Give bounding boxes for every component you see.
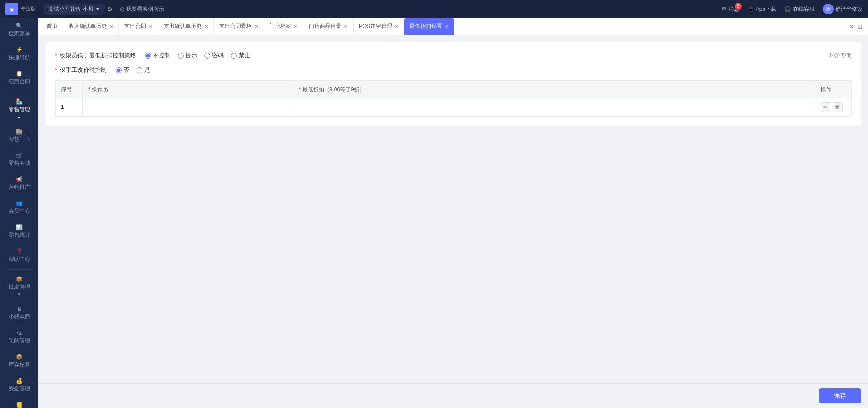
inventory-icon: 📦: [16, 354, 23, 360]
sidebar-item-label: 搜索菜单: [9, 30, 30, 38]
sidebar-item-retail-stats[interactable]: 📊 零售统计: [0, 220, 38, 244]
tab-close-icon[interactable]: ✕: [344, 24, 348, 29]
tab-close-icon[interactable]: ✕: [255, 24, 258, 29]
tab-pos-manage[interactable]: POS加密管理 ✕: [354, 18, 404, 35]
sidebar-item-label: 会员中心: [9, 207, 30, 215]
message-badge: 8: [735, 3, 742, 10]
demo-link[interactable]: ◎ 我要看实例演示: [120, 5, 164, 13]
tab-min-discount[interactable]: 最低折扣设置 ✕: [404, 18, 454, 35]
tab-income-confirm[interactable]: 收入确认单历史 ✕: [63, 18, 119, 35]
expand-icon: ▼: [17, 292, 22, 297]
sidebar-item-retail-manage[interactable]: 🏪 零售管理 ▲: [0, 94, 38, 124]
sidebar-item-help-center[interactable]: ❓ 帮助中心: [0, 244, 38, 267]
table-row: 1 ✏ 🗑: [56, 98, 851, 116]
tab-close-icon[interactable]: ✕: [294, 24, 297, 29]
search-icon: 🔍: [16, 23, 23, 29]
sidebar-item-label: 资金管理: [9, 385, 30, 393]
tab-label: 支出确认单历史: [164, 23, 202, 30]
save-button[interactable]: 保存: [819, 388, 861, 403]
form-row-discount-policy: * 收银员低于最低折扣控制策略 不控制 提示: [55, 52, 852, 60]
radio-forbidden[interactable]: 禁止: [231, 52, 250, 60]
close-tab-icon[interactable]: ✕: [849, 23, 854, 30]
manual-options: 否 是: [116, 66, 150, 74]
delete-btn[interactable]: 🗑: [833, 102, 843, 112]
help-text: ② 帮助: [834, 52, 852, 60]
cell-seq: 1: [56, 98, 83, 116]
tab-store-products[interactable]: 门店商品目录 ✕: [303, 18, 354, 35]
cell-min-discount[interactable]: [293, 98, 815, 116]
online-service-label: 在线客服: [793, 5, 815, 13]
tab-label: 收入确认单历史: [69, 23, 107, 30]
discount-table: 序号 * 操作员 * 最低折扣（9.00等于9折） 操作 1: [55, 81, 851, 116]
radio-label: 禁止: [239, 52, 250, 60]
radio-label: 密码: [212, 52, 224, 60]
ledger-icon: 📒: [16, 402, 23, 408]
edit-btn[interactable]: ✏: [821, 102, 830, 112]
user-menu[interactable]: 徐 徐泽华修改: [823, 4, 863, 14]
sidebar-item-label: 项目合同: [9, 78, 30, 85]
message-icon: ✉: [722, 6, 726, 12]
required-star: *: [55, 66, 57, 73]
tab-pay-confirm[interactable]: 支出确认单历史 ✕: [158, 18, 214, 35]
radio-no-control[interactable]: 不控制: [145, 52, 170, 60]
tab-close-icon[interactable]: ✕: [109, 24, 113, 29]
contract-icon: 📋: [16, 70, 23, 77]
sidebar-item-search[interactable]: 🔍 搜索菜单: [0, 18, 38, 42]
sidebar-item-ecommerce[interactable]: 🖥 小畅电商: [0, 301, 38, 325]
online-service-btn[interactable]: 🎧 在线客服: [784, 5, 815, 13]
tab-close-icon[interactable]: ✕: [395, 24, 398, 29]
sidebar-item-shortcut[interactable]: ⚡ 快捷导航: [0, 42, 38, 66]
sidebar: 🔍 搜索菜单 ⚡ 快捷导航 📋 项目合同 🏪 零售管理 ▲ 🏬 智慧门店 🛒 零…: [0, 18, 38, 408]
radio-prompt[interactable]: 提示: [178, 52, 197, 60]
tab-pay-board[interactable]: 支出合同看板 ✕: [214, 18, 264, 35]
mall-icon: 🛒: [16, 152, 23, 159]
required-star: *: [55, 52, 57, 59]
sidebar-item-marketing[interactable]: 📢 营销推广: [0, 172, 38, 196]
tab-pay-contract[interactable]: 支出合同 ✕: [119, 18, 158, 35]
discount-policy-options: 不控制 提示 密码 禁止: [145, 52, 250, 60]
topbar-right: ✉ 消息 8 📱 App下载 🎧 在线客服 徐 徐泽华修改: [722, 4, 863, 14]
finance-icon: 💰: [16, 378, 23, 384]
sidebar-item-smart-store[interactable]: 🏬 智慧门店: [0, 124, 38, 148]
maximize-icon[interactable]: ⊡: [857, 23, 863, 30]
retail-icon: 🏪: [16, 98, 23, 105]
tab-bar: 首页 收入确认单历史 ✕ 支出合同 ✕ 支出确认单历史 ✕ 支出合同看板 ✕ 门…: [38, 18, 868, 35]
tab-close-icon[interactable]: ✕: [204, 24, 208, 29]
tab-bar-actions: ✕ ⊡: [846, 23, 865, 30]
tab-label: 最低折扣设置: [410, 23, 442, 30]
tab-close-icon[interactable]: ✕: [445, 24, 448, 29]
sidebar-item-ledger[interactable]: 📒 总账管理: [0, 397, 38, 408]
app-download-btn[interactable]: 📱 App下载: [747, 5, 776, 13]
topbar: ▣ 专业版 测试分开花程-小贝 ▾ ⚙ ◎ 我要看实例演示 ✉ 消息 8 📱 A…: [0, 0, 868, 18]
page-content: * 收银员低于最低折扣控制策略 不控制 提示: [38, 35, 868, 383]
sidebar-item-label: 库存核算: [9, 361, 30, 369]
sidebar-item-inventory[interactable]: 📦 库存核算: [0, 349, 38, 373]
tab-home[interactable]: 首页: [41, 18, 63, 35]
sidebar-item-label: 快捷导航: [9, 54, 30, 61]
settings-icon[interactable]: ⚙: [107, 6, 113, 13]
content-area: 首页 收入确认单历史 ✕ 支出合同 ✕ 支出确认单历史 ✕ 支出合同看板 ✕ 门…: [38, 18, 868, 408]
sidebar-item-finance[interactable]: 💰 资金管理: [0, 373, 38, 397]
sidebar-item-project-contract[interactable]: 📋 项目合同: [0, 66, 38, 90]
sidebar-item-member-center[interactable]: 👥 会员中心: [0, 196, 38, 220]
radio-no[interactable]: 否: [116, 66, 129, 74]
sidebar-item-label: 零售管理: [9, 106, 30, 113]
sidebar-item-purchase[interactable]: 🛍 采购管理: [0, 325, 38, 349]
dropdown-arrow-icon: ▾: [96, 6, 99, 12]
marketing-icon: 📢: [16, 176, 23, 183]
radio-password[interactable]: 密码: [204, 52, 224, 60]
member-icon: 👥: [16, 200, 23, 206]
sidebar-item-batch-manage[interactable]: 📦 批发管理 ▼: [0, 272, 38, 301]
radio-label: 是: [144, 66, 150, 74]
message-btn[interactable]: ✉ 消息 8: [722, 5, 739, 13]
cell-operator[interactable]: [83, 98, 293, 116]
tab-close-icon[interactable]: ✕: [149, 24, 152, 29]
project-selector[interactable]: 测试分开花程-小贝 ▾: [44, 4, 104, 15]
tab-store-file[interactable]: 门店档案 ✕: [264, 18, 303, 35]
tab-label: 门店商品目录: [309, 23, 341, 30]
sidebar-item-label: 智慧门店: [9, 136, 30, 143]
radio-yes[interactable]: 是: [137, 66, 150, 74]
radio-label: 不控制: [153, 52, 170, 60]
sidebar-item-retail-mall[interactable]: 🛒 零售商城: [0, 148, 38, 172]
help-link[interactable]: ② ② 帮助: [828, 52, 852, 60]
